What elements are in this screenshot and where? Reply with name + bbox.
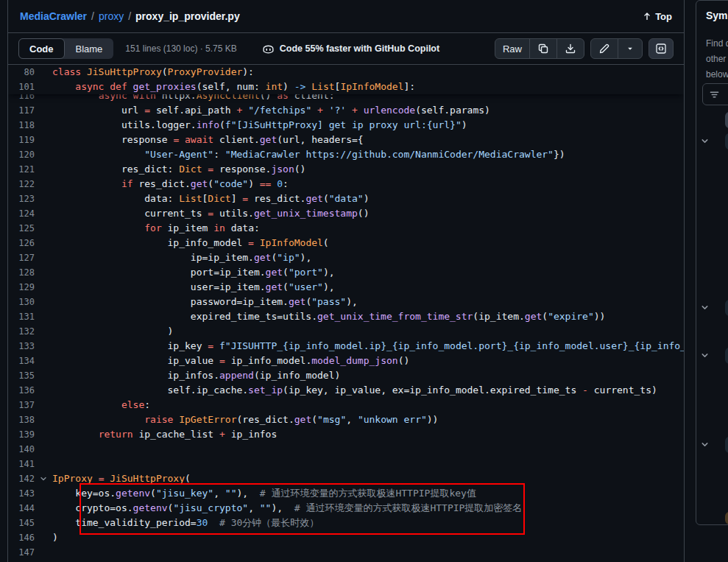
tab-blame[interactable]: Blame	[65, 38, 114, 59]
line-number[interactable]: 101	[8, 80, 35, 94]
code-text: ip_value = ip_info_model.model_dump_json…	[52, 354, 684, 368]
caret-down-icon	[626, 44, 635, 53]
code-symbols-icon	[655, 43, 667, 55]
code-text: ip=ip_item.get("ip"),	[52, 250, 684, 265]
raw-button-group: Raw	[495, 38, 584, 59]
line-number[interactable]: 120	[8, 147, 35, 162]
code-line: 140	[8, 442, 684, 457]
symbol-item-chip[interactable]	[725, 348, 728, 364]
chevron-down-icon[interactable]	[700, 136, 710, 146]
line-number[interactable]: 138	[8, 412, 35, 427]
fold-gutter	[35, 118, 52, 133]
breadcrumb-repo-link[interactable]: MediaCrawler	[20, 10, 87, 22]
line-number[interactable]: 131	[8, 309, 35, 324]
tab-code[interactable]: Code	[18, 38, 65, 59]
code-text: if res_dict.get("code") == 0:	[52, 177, 684, 192]
code-content: 116 async with httpx.AsyncClient() as cl…	[8, 88, 684, 560]
symbol-item-chip[interactable]	[725, 512, 728, 524]
chevron-down-icon[interactable]	[700, 440, 710, 449]
code-line: 101 async def get_proxies(self, num: int…	[8, 80, 684, 94]
code-line: 137 else:	[8, 398, 684, 412]
line-number[interactable]: 144	[8, 501, 35, 516]
code-text: "User-Agent": "MediaCrawler https://gith…	[52, 147, 684, 162]
line-number[interactable]: 125	[8, 221, 35, 236]
code-line: 127 ip=ip_item.get("ip"),	[8, 250, 684, 265]
line-number[interactable]: 133	[8, 339, 35, 354]
chevron-down-icon[interactable]	[700, 303, 710, 312]
symbol-item-chip[interactable]	[725, 300, 728, 316]
toolbar-actions: Raw	[495, 38, 674, 59]
edit-button-group	[590, 38, 643, 59]
fold-gutter	[35, 442, 52, 457]
fold-gutter	[35, 295, 52, 309]
breadcrumb-filename: proxy_ip_provider.py	[135, 10, 240, 22]
code-line: 122 if res_dict.get("code") == 0:	[8, 177, 684, 192]
breadcrumb-separator: /	[128, 10, 131, 22]
code-line: 119 response = await client.get(url, hea…	[8, 133, 684, 147]
copy-raw-button[interactable]	[529, 39, 556, 58]
symbol-item-chip[interactable]	[725, 133, 728, 150]
line-number[interactable]: 140	[8, 442, 35, 457]
line-number[interactable]: 122	[8, 177, 35, 192]
code-line: 138 raise IpGetError(res_dict.get("msg",…	[8, 412, 684, 427]
edit-file-button[interactable]	[591, 39, 618, 58]
description-line: Find definitions and references for func…	[706, 36, 728, 52]
fold-gutter	[35, 103, 52, 118]
fold-gutter	[35, 206, 52, 221]
description-line: other symbols in this file by clicking a…	[706, 52, 728, 67]
line-number[interactable]: 127	[8, 250, 35, 265]
raw-button[interactable]: Raw	[495, 39, 529, 58]
line-number[interactable]: 134	[8, 354, 35, 368]
symbols-panel-toggle-button[interactable]	[649, 38, 674, 59]
fold-chevron-icon[interactable]	[35, 471, 52, 486]
line-number[interactable]: 143	[8, 486, 35, 501]
code-text: ip_infos.append(ip_info_model)	[52, 368, 684, 383]
code-text: for ip_item in data:	[52, 221, 684, 236]
line-number[interactable]: 128	[8, 265, 35, 280]
line-number[interactable]: 129	[8, 280, 35, 295]
symbol-item-chip[interactable]	[725, 112, 728, 128]
line-number[interactable]: 139	[8, 427, 35, 442]
line-number[interactable]: 123	[8, 192, 35, 206]
line-number[interactable]: 130	[8, 295, 35, 309]
copilot-banner[interactable]: Code 55% faster with GitHub Copilot	[262, 43, 439, 55]
line-number[interactable]: 146	[8, 530, 35, 545]
filter-icon	[709, 89, 720, 100]
chevron-down-icon	[700, 136, 710, 146]
chevron-down-icon[interactable]	[700, 351, 710, 360]
back-to-top-button[interactable]: Top	[642, 11, 672, 22]
code-text: current_ts = utils.get_unix_timestamp()	[52, 206, 684, 221]
line-number[interactable]: 126	[8, 236, 35, 250]
line-number[interactable]: 147	[8, 545, 35, 560]
line-number[interactable]: 137	[8, 398, 35, 412]
code-text: password=ip_item.get("pass"),	[52, 295, 684, 309]
line-number[interactable]: 136	[8, 383, 35, 398]
breadcrumb-dir-link[interactable]: proxy	[99, 10, 124, 22]
line-number[interactable]: 142	[8, 471, 35, 486]
description-line: below or in the code.	[706, 67, 728, 82]
line-number[interactable]: 118	[8, 118, 35, 133]
file-view-panel: MediaCrawler / proxy / proxy_ip_provider…	[7, 0, 685, 562]
line-number[interactable]: 119	[8, 133, 35, 147]
code-line: 144 crypto=os.getenv("jisu_crypto", ""),…	[8, 501, 684, 516]
line-number[interactable]: 117	[8, 103, 35, 118]
download-raw-button[interactable]	[556, 39, 584, 58]
fold-gutter	[35, 65, 52, 80]
line-number[interactable]: 124	[8, 206, 35, 221]
edit-dropdown-button[interactable]	[618, 39, 642, 58]
line-number[interactable]: 80	[8, 65, 35, 80]
line-number[interactable]: 132	[8, 324, 35, 339]
line-number[interactable]: 145	[8, 516, 35, 530]
line-number[interactable]: 135	[8, 368, 35, 383]
code-text: expired_time_ts=utils.get_unix_time_from…	[52, 309, 684, 324]
code-line: 125 for ip_item in data:	[8, 221, 684, 236]
fold-gutter	[35, 339, 52, 354]
code-line: 141	[8, 457, 684, 471]
copilot-banner-text: Code 55% faster with GitHub Copilot	[280, 43, 439, 54]
symbol-item-chip[interactable]	[725, 437, 728, 453]
line-number[interactable]: 141	[8, 457, 35, 471]
fold-gutter	[35, 192, 52, 206]
code-line: 136 self.ip_cache.set_ip(ip_key, ip_valu…	[8, 383, 684, 398]
code-text: class JiSuHttpProxy(ProxyProvider):	[52, 65, 684, 80]
line-number[interactable]: 121	[8, 162, 35, 177]
